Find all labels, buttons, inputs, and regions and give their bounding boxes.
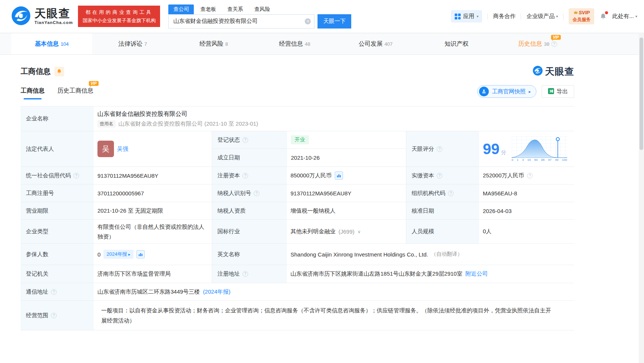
crown-icon [574, 10, 578, 16]
notification-bell-icon[interactable] [599, 12, 607, 21]
subtab-history-business-info[interactable]: VIP 历史工商信息 [57, 87, 93, 99]
company-name: 山东省财金信融投资控股有限公司 [97, 110, 187, 118]
industry-label: 国标行业 [212, 220, 287, 243]
chevron-down-icon[interactable]: ∨ [358, 229, 361, 234]
help-icon[interactable]: ? [437, 173, 442, 178]
tab-operation-risk[interactable]: 经营风险 8 [173, 33, 254, 54]
help-icon[interactable]: ? [51, 289, 57, 295]
insured-chart-icon[interactable] [136, 250, 145, 258]
clear-search-icon[interactable]: × [305, 18, 311, 24]
legal-rep-link[interactable]: 吴强 [117, 146, 128, 153]
help-icon[interactable]: ? [254, 190, 259, 196]
approval-date-value: 2026-04-03 [479, 202, 574, 219]
help-icon[interactable]: ? [243, 173, 248, 178]
mailing-address-cell: 山东省济南市历城区二环东路3449号三楼 (2024年报) [94, 283, 574, 300]
monitor-bell-icon[interactable] [54, 67, 64, 76]
help-icon[interactable]: ? [437, 146, 442, 152]
search-tab-relation[interactable]: 查关系 [222, 4, 248, 14]
tab-label: 法律诉讼 [118, 40, 142, 48]
company-type-label: 企业类型 [21, 220, 94, 243]
business-info-table: 企业名称 山东省财金信融投资控股有限公司 曾用名 山东省财金政企投资控股有限公司… [21, 106, 574, 330]
stamp-icon [479, 87, 489, 96]
brand-slogan: 都在用的商业查询工具 国家中小企业发展子基金旗下机构 [78, 6, 160, 27]
tab-company-development[interactable]: 公司发展 407 [335, 33, 416, 54]
watermark-logo: 天眼查 [533, 65, 574, 78]
legal-rep-avatar[interactable]: 吴 [97, 141, 114, 157]
notification-dot [605, 11, 608, 14]
score-unit: 分 [501, 149, 506, 155]
annual-report-link[interactable]: (2024年报) [203, 288, 230, 296]
tab-basic-info[interactable]: 基本信息 104 [11, 33, 92, 54]
registered-address-label: 注册地址 [217, 270, 240, 278]
scrollbar-track[interactable] [639, 33, 644, 363]
nearby-companies-link[interactable]: 附近公司 [465, 270, 488, 278]
capital-chart-icon[interactable] [335, 171, 343, 180]
slogan-line2: 国家中小企业发展子基金旗下机构 [82, 16, 156, 24]
search-button[interactable]: 天眼一下 [318, 14, 351, 28]
company-type-value: 有限责任公司（非自然人投资或控股的法人独资） [94, 220, 212, 243]
excel-icon [548, 88, 554, 95]
score-label-cell: 天眼评分 ? [406, 131, 479, 166]
help-icon[interactable]: ? [527, 173, 533, 178]
topnav: 应用 ▾ 商务合作 企业级产品 ▾ SVIP 会员服务 此处有... ▾ [451, 8, 637, 24]
nav-enterprise-products[interactable]: 企业级产品 ▾ [526, 13, 558, 20]
tab-history-info[interactable]: VIP 历史信息 38 ? [497, 33, 578, 54]
company-name-label: 企业名称 [21, 106, 94, 131]
help-icon[interactable]: ? [73, 173, 79, 178]
english-name-value: Shandong Caijin Xinrong Investment Holdi… [291, 251, 428, 258]
help-icon[interactable]: ? [448, 190, 454, 196]
export-button[interactable]: 导出 [542, 85, 574, 98]
staff-size-value: 0人 [479, 220, 574, 243]
subtab-business-info[interactable]: 工商信息 [21, 87, 45, 99]
slogan-line1: 都在用的商业查询工具 [82, 8, 156, 16]
tab-label: 经营风险 [199, 40, 223, 48]
search-tab-boss[interactable]: 查老板 [195, 4, 221, 14]
tab-legal-proceedings[interactable]: 法律诉讼 7 [92, 33, 173, 54]
nav-more[interactable]: 此处有... ▾ [612, 13, 637, 20]
tab-label: 基本信息 [35, 40, 59, 48]
tab-operation-info[interactable]: 经营信息 48 [254, 33, 335, 54]
tianyancha-logo[interactable]: 天眼查 TianYanCha.com [11, 6, 73, 27]
taxpayer-quality-label: 纳税人资质 [212, 202, 287, 219]
mailing-address-label: 通信地址 [26, 288, 48, 296]
uscc-label: 统一社会信用代码 [26, 172, 71, 179]
help-icon[interactable]: ? [51, 313, 57, 318]
help-icon[interactable]: ? [243, 137, 248, 143]
reg-capital-cell: 850000万人民币 [287, 167, 406, 184]
table-row: 登记机关 济南市历下区市场监督管理局 注册地址 ? 山东省济南市历下区姚家街道山… [21, 265, 574, 283]
annual-report-tag[interactable]: 2024年报 ▸ [103, 250, 133, 259]
establish-date-label: 成立日期 [212, 149, 287, 166]
search-tab-risk[interactable]: 查风险 [249, 4, 275, 14]
insured-count-value: 0 [97, 251, 100, 258]
registered-address-value: 山东省济南市历下区姚家街道山左路1851号山东财金大厦29层2910室 [291, 270, 462, 278]
paid-capital-label-cell: 实缴资本 ? [406, 167, 479, 184]
industry-code: (J699) [338, 228, 355, 235]
main-tabbar: 基本信息 104 法律诉讼 7 经营风险 8 经营信息 48 公司发展 407 … [0, 33, 644, 55]
business-scope-cell: 一般项目：以自有资金从事投资活动；财务咨询；企业管理咨询；信息咨询服务（不含许可… [94, 301, 574, 330]
table-row: 参保人数 0 2024年报 ▸ 英文名称 Shandong Caijin Xin… [21, 244, 574, 265]
nav-business-cooperation[interactable]: 商务合作 [493, 13, 515, 20]
tab-label: 公司发展 [359, 40, 383, 48]
business-info-section: 工商信息 天眼查 工商信息 VIP 历史工商信息 [21, 65, 574, 330]
apps-menu[interactable]: 应用 ▾ [451, 10, 482, 22]
svip-member-button[interactable]: SVIP 会员服务 [569, 8, 594, 24]
official-snapshot-button[interactable]: 工商官网快照 ▸ [477, 85, 536, 98]
help-icon[interactable]: ? [551, 41, 557, 47]
industry-value: 其他未列明金融业 [291, 228, 335, 235]
tab-intellectual-property[interactable]: 知识产权 [416, 33, 497, 54]
score-distribution-chart: 0131550859799100 [512, 136, 567, 162]
tab-count: 48 [305, 41, 310, 47]
arrow-right-icon: ▸ [529, 89, 531, 94]
table-row: 通信地址 ? 山东省济南市历城区二环东路3449号三楼 (2024年报) [21, 283, 574, 301]
help-icon[interactable]: ? [243, 271, 248, 277]
registered-address-cell: 山东省济南市历下区姚家街道山左路1851号山东财金大厦29层2910室 附近公司 [287, 265, 574, 283]
vip-badge: VIP [89, 81, 99, 86]
taxpayer-id-value: 91370112MA956EAU8Y [287, 184, 406, 202]
score-value: 99 [483, 141, 500, 157]
search-tab-company[interactable]: 查公司 [168, 4, 194, 14]
caret-down-icon: ▾ [556, 14, 558, 18]
company-name-cell: 山东省财金信融投资控股有限公司 曾用名 山东省财金政企投资控股有限公司 (202… [94, 106, 574, 131]
search-input[interactable] [168, 14, 315, 28]
scrollbar-thumb[interactable] [640, 38, 643, 150]
status-label: 登记状态 [217, 136, 240, 144]
